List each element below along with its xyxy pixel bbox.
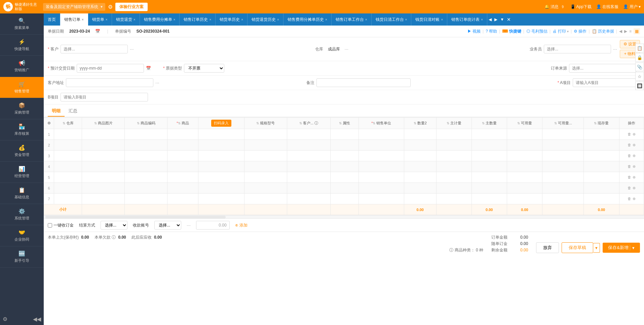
- float-btn-4[interactable]: ☆: [635, 72, 644, 81]
- layout-grid-icon[interactable]: ▦: [634, 28, 640, 34]
- history-link[interactable]: 📋 历史单据: [592, 29, 614, 34]
- address-input[interactable]: [66, 78, 153, 87]
- quick-order-checkbox[interactable]: 一键收订金: [48, 222, 74, 228]
- tab-order-workbench-close[interactable]: ×: [365, 18, 367, 22]
- sidebar-item-marketing[interactable]: 📢 营销推广: [0, 56, 44, 77]
- tab-sales-invoice-close[interactable]: ×: [106, 18, 108, 22]
- customer-more-btn[interactable]: ···: [130, 46, 134, 52]
- sidebar-collapse-icon[interactable]: ◀◀: [33, 316, 41, 322]
- tab-return-history[interactable]: 销货退货历史 ×: [248, 13, 283, 26]
- operation-link[interactable]: ⚙ 操作: [574, 29, 586, 34]
- tabs-prev[interactable]: ◀: [487, 17, 493, 22]
- warehouse-more-btn[interactable]: ···: [345, 46, 349, 52]
- tab-sales-order-close[interactable]: ×: [82, 18, 84, 22]
- col-main-unit[interactable]: ⇅ 主计量: [436, 118, 471, 129]
- col-main-qty[interactable]: ⇅ 主数量: [471, 118, 507, 129]
- col-qty2[interactable]: ⇅ 数量2: [404, 118, 437, 129]
- tab-daily-reconcile-close[interactable]: ×: [441, 18, 443, 22]
- user-menu[interactable]: 👤 用户 ▾: [623, 4, 641, 10]
- tab-sales-invoice[interactable]: 销货单 ×: [88, 13, 112, 26]
- tab-expense-history[interactable]: 销售费用分摊单历史 ×: [283, 13, 332, 26]
- tab-detail[interactable]: 明细: [48, 106, 65, 117]
- preview-link[interactable]: ▶ 视频: [467, 29, 481, 34]
- row-copy-btn[interactable]: ⊕: [633, 175, 636, 179]
- tab-order-stats[interactable]: 销售订单统计表 ×: [447, 13, 487, 26]
- tab-expense-close[interactable]: ×: [174, 18, 176, 22]
- tab-order-history-close[interactable]: ×: [209, 18, 211, 22]
- col-attr[interactable]: ⇅ 属性: [331, 118, 358, 129]
- col-stock[interactable]: ⇅ 现存量: [584, 118, 619, 129]
- sidebar-item-enterprise[interactable]: 🤝 企业协同: [0, 225, 44, 246]
- tab-sales-expense[interactable]: 销售费用分摊单 ×: [140, 13, 180, 26]
- sidebar-item-system[interactable]: ⚙️ 系统管理: [0, 204, 44, 225]
- dropdown-icon[interactable]: ▾: [101, 4, 103, 9]
- save-draft-button[interactable]: 保存草稿: [562, 242, 593, 253]
- discard-button[interactable]: 放弃: [536, 242, 559, 253]
- tab-sales-return[interactable]: 销货退货 ×: [112, 13, 140, 26]
- tab-home[interactable]: 首页: [44, 13, 60, 26]
- tab-order-workbench[interactable]: 销售订单工作台 ×: [332, 13, 372, 26]
- industry-solution-button[interactable]: 体验行业方案: [115, 3, 148, 11]
- app-download-link[interactable]: 📱 App下载: [570, 4, 592, 10]
- help-link[interactable]: ? 帮助: [486, 29, 497, 34]
- shortcut-link[interactable]: ⌨ 快捷键: [502, 29, 521, 34]
- row-copy-btn[interactable]: ⊕: [633, 154, 636, 158]
- row-delete-btn[interactable]: 🗑: [628, 164, 631, 168]
- print-dropdown[interactable]: ▾: [567, 30, 569, 33]
- tab-return-history-close[interactable]: ×: [277, 18, 279, 22]
- col-spec[interactable]: ⇅ 规格型号: [244, 118, 287, 129]
- nav-prev[interactable]: ◀: [619, 29, 622, 34]
- print-link[interactable]: 🖨 打印 ▾: [553, 29, 569, 34]
- delivery-date-input[interactable]: [77, 64, 144, 73]
- save-new-dropdown[interactable]: ▾: [630, 245, 635, 250]
- float-btn-2[interactable]: 🔒: [635, 53, 644, 62]
- salesperson-input[interactable]: [544, 45, 611, 53]
- tab-sales-return-close[interactable]: ×: [134, 18, 136, 22]
- a-project-input[interactable]: [573, 78, 640, 87]
- col-product-code[interactable]: ⇅ 商品编码: [125, 118, 167, 129]
- add-payment-btn[interactable]: ⊕ 添加: [235, 222, 248, 228]
- sidebar-item-guide[interactable]: 🆕 新手引导: [0, 246, 44, 268]
- float-btn-1[interactable]: 📋: [635, 44, 644, 52]
- tab-daily-workbench[interactable]: 钱货日清工作台 ×: [372, 13, 412, 26]
- row-copy-btn[interactable]: ⊕: [633, 197, 636, 201]
- message-icon[interactable]: 🔔 消息 9: [544, 4, 566, 10]
- sidebar-item-search[interactable]: 🔍 搜索菜单: [0, 13, 44, 35]
- row-delete-btn[interactable]: 🗑: [628, 143, 631, 147]
- tab-invoice-history-close[interactable]: ×: [241, 18, 243, 22]
- online-service-link[interactable]: 👤 在线客服: [596, 4, 618, 10]
- tab-order-history[interactable]: 销售订单历史 ×: [180, 13, 216, 26]
- customer-input[interactable]: [61, 45, 128, 53]
- profit-link[interactable]: ◎ 毛利预估: [526, 29, 547, 34]
- row-delete-btn[interactable]: 🗑: [628, 186, 631, 190]
- row-copy-btn[interactable]: ⊕: [633, 143, 636, 147]
- row-delete-btn[interactable]: 🗑: [628, 197, 631, 201]
- tab-invoice-history[interactable]: 销货单历史 ×: [216, 13, 248, 26]
- account-more-btn[interactable]: ···: [187, 222, 191, 228]
- account-select[interactable]: 选择...: [154, 221, 181, 230]
- sidebar-item-basic[interactable]: 📋 基础信息: [0, 183, 44, 204]
- col-scan[interactable]: 扫码录入: [198, 118, 244, 129]
- sidebar-item-operations[interactable]: 📊 经营管理: [0, 162, 44, 183]
- col-unit[interactable]: *⇅ 销售单位: [358, 118, 404, 129]
- calendar-icon[interactable]: 📅: [95, 29, 100, 34]
- tab-sales-order[interactable]: 销售订单 ×: [60, 13, 88, 26]
- col-product-img[interactable]: ⇅ 商品图片: [82, 118, 125, 129]
- row-copy-btn[interactable]: ⊕: [633, 164, 636, 168]
- row-copy-btn[interactable]: ⊕: [633, 186, 636, 190]
- tab-summary[interactable]: 汇总: [65, 106, 81, 117]
- sidebar-item-sales[interactable]: 🛒 销售管理: [0, 77, 44, 98]
- address-more-btn[interactable]: ···: [155, 80, 159, 85]
- col-avail2[interactable]: ⇅ 可用量...: [542, 118, 584, 129]
- row-delete-btn[interactable]: 🗑: [628, 132, 631, 136]
- tabs-close-all[interactable]: ✕: [505, 17, 512, 22]
- tab-order-stats-close[interactable]: ×: [481, 18, 483, 22]
- float-btn-3[interactable]: 📎: [635, 63, 644, 71]
- tabs-next[interactable]: ▶: [493, 17, 499, 22]
- nav-next[interactable]: ▶: [624, 29, 627, 34]
- float-btn-5[interactable]: 🔲: [635, 81, 644, 90]
- layout-list-icon[interactable]: ≡: [629, 29, 632, 34]
- col-customer-code[interactable]: ⇅ 客户... ⓘ: [287, 118, 330, 129]
- settings-icon[interactable]: ⚙: [108, 4, 113, 10]
- scan-input-btn[interactable]: 扫码录入: [211, 120, 231, 127]
